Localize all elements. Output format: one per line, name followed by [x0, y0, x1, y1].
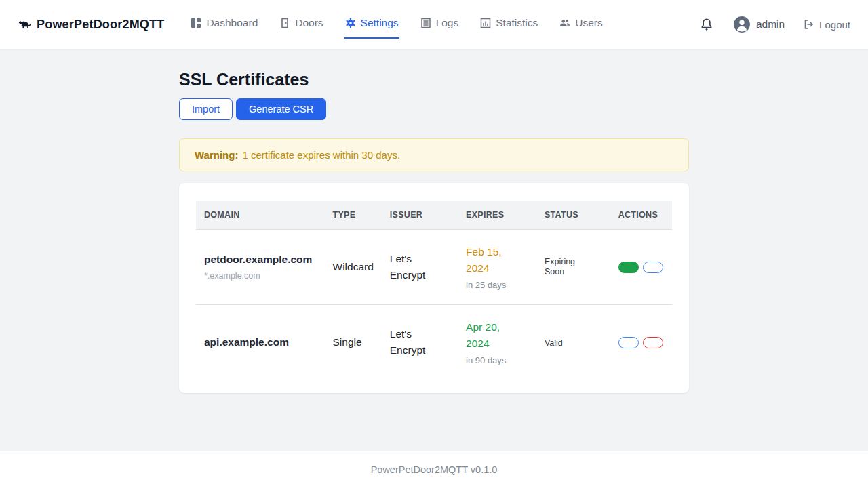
col-header-type: TYPE [325, 201, 382, 230]
domain-name: api.example.com [204, 336, 317, 348]
door-icon [279, 18, 290, 28]
table-row: api.example.com Single Let's Encrypt Apr… [196, 305, 672, 380]
table-row: petdoor.example.com *.example.com Wildca… [196, 230, 672, 305]
cert-issuer: Let's Encrypt [390, 326, 432, 359]
nav-right-cluster: admin Logout [699, 16, 850, 33]
certificates-table: DOMAIN TYPE ISSUER EXPIRES STATUS ACTION… [196, 201, 672, 380]
nav-label: Settings [361, 17, 399, 29]
logs-icon [420, 18, 431, 28]
nav-item-dashboard[interactable]: Dashboard [190, 10, 258, 39]
username: admin [756, 18, 785, 30]
nav-label: Dashboard [206, 17, 258, 29]
col-header-status: STATUS [536, 201, 610, 230]
warning-label: Warning: [195, 149, 238, 161]
dashboard-icon [191, 18, 201, 28]
col-header-issuer: ISSUER [382, 201, 458, 230]
status-text: Expiring Soon [545, 257, 583, 277]
warning-banner: Warning:1 certificate expires within 30 … [179, 138, 689, 171]
bell-icon[interactable] [699, 16, 714, 33]
domain-subdomain: *.example.com [204, 271, 317, 281]
action-pill-blue[interactable] [618, 337, 639, 348]
nav-label: Doors [295, 17, 323, 29]
expires-date: Feb 15, 2024 [466, 244, 508, 277]
action-pill-red[interactable] [643, 337, 663, 348]
page-title: SSL Certificates [179, 70, 689, 89]
user-menu[interactable]: admin [733, 16, 785, 33]
logout-icon [804, 19, 814, 30]
generate-csr-button[interactable]: Generate CSR [236, 98, 326, 120]
col-header-actions: ACTIONS [610, 201, 672, 230]
nav-item-users[interactable]: Users [559, 10, 603, 39]
warning-message: 1 certificate expires within 30 days. [242, 149, 400, 161]
logout-button[interactable]: Logout [804, 19, 850, 30]
footer-version-text: PowerPetDoor2MQTT v0.1.0 [371, 464, 498, 475]
col-header-expires: EXPIRES [458, 201, 536, 230]
cert-issuer: Let's Encrypt [390, 251, 432, 283]
table-header-row: DOMAIN TYPE ISSUER EXPIRES STATUS ACTION… [196, 201, 672, 230]
import-button[interactable]: Import [179, 98, 233, 120]
cert-type: Single [325, 305, 382, 380]
bar-chart-icon [480, 18, 491, 28]
expires-relative: in 25 days [466, 280, 528, 290]
nav-label: Statistics [496, 17, 538, 29]
certificates-card: DOMAIN TYPE ISSUER EXPIRES STATUS ACTION… [179, 183, 689, 393]
action-pill-green[interactable] [618, 262, 639, 273]
brand: PowerPetDoor2MQTT [18, 18, 164, 32]
gear-icon [345, 18, 356, 28]
status-text: Valid [545, 338, 563, 348]
avatar-icon [733, 16, 751, 33]
page-footer: PowerPetDoor2MQTT v0.1.0 [0, 451, 868, 488]
expires-date: Apr 20, 2024 [466, 319, 508, 352]
main-nav: Dashboard Doors Se [190, 10, 603, 39]
dog-logo-icon [18, 18, 31, 31]
logout-label: Logout [819, 19, 850, 30]
main-content: SSL Certificates Import Generate CSR War… [0, 49, 868, 451]
domain-name: petdoor.example.com [204, 253, 317, 266]
action-pill-blue[interactable] [643, 262, 663, 273]
users-icon [559, 18, 570, 28]
cert-type: Wildcard [325, 230, 382, 305]
page-actions: Import Generate CSR [179, 98, 689, 120]
app-title: PowerPetDoor2MQTT [37, 18, 164, 32]
col-header-domain: DOMAIN [196, 201, 325, 230]
nav-item-logs[interactable]: Logs [420, 10, 460, 39]
nav-item-settings[interactable]: Settings [344, 10, 399, 39]
top-navbar: PowerPetDoor2MQTT Dashboard Doors [0, 0, 868, 49]
nav-label: Logs [436, 17, 459, 29]
nav-item-doors[interactable]: Doors [279, 10, 323, 39]
nav-item-statistics[interactable]: Statistics [479, 10, 538, 39]
expires-relative: in 90 days [466, 355, 528, 365]
nav-label: Users [575, 17, 602, 29]
